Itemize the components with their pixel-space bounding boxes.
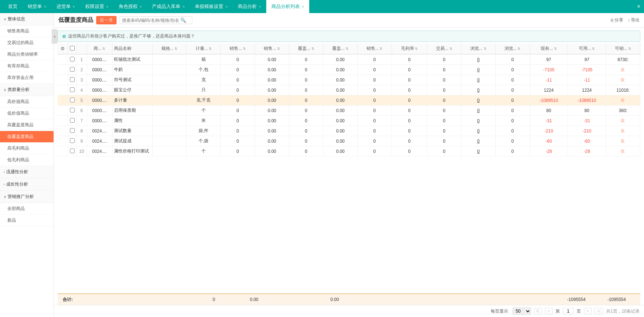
col-view1-header[interactable]: 浏览... ⇅ — [461, 43, 495, 54]
row-checkbox-0[interactable] — [70, 57, 75, 62]
col-usable-header[interactable]: 可用... ⇅ — [568, 43, 606, 54]
cell-check-4[interactable] — [68, 95, 76, 106]
nav-purchase-order[interactable]: 进货单 × — [51, 0, 80, 13]
sidebar-item-high-margin[interactable]: 高毛利商品 — [0, 143, 54, 154]
col-sales1-header[interactable]: 销售... ⇅ — [221, 43, 255, 54]
cell-view1-5[interactable]: 0 — [461, 106, 495, 116]
settings-gear-icon[interactable]: ⚙ — [60, 46, 65, 51]
sidebar-item-in-stock[interactable]: 有库存商品 — [0, 60, 54, 72]
row-checkbox-3[interactable] — [70, 87, 75, 92]
sidebar-item-high-coverage[interactable]: 高覆盖度商品 — [0, 119, 54, 131]
cell-view1-1[interactable]: 0 — [461, 65, 495, 75]
cell-view1-9[interactable]: 0 — [461, 146, 495, 156]
col-spec-header[interactable]: 规格... ⇅ — [152, 43, 186, 54]
sidebar-item-stock-capital[interactable]: 库存资金占用 — [0, 72, 54, 84]
cell-cover2-4: 0.00 — [323, 95, 357, 106]
sidebar-item-low-value[interactable]: 低价值商品 — [0, 108, 54, 119]
col-cover1-header[interactable]: 覆盖... ⇅ — [289, 43, 323, 54]
sidebar-collapse-button[interactable]: « — [52, 29, 58, 44]
row-checkbox-7[interactable] — [70, 128, 75, 133]
col-code-header[interactable]: 商... ⇅ — [87, 43, 112, 54]
row-checkbox-6[interactable] — [70, 118, 75, 123]
sidebar-item-traded-goods[interactable]: 交易过的商品 — [0, 37, 54, 49]
nav-product-analysis-list[interactable]: 商品分析列表 × — [266, 0, 309, 13]
last-page-btn[interactable]: >| — [594, 308, 603, 314]
col-settings-header[interactable]: ⚙ — [58, 43, 68, 54]
prev-page-btn[interactable]: < — [545, 308, 553, 314]
nav-template-settings[interactable]: 单据模板设置 × — [190, 0, 233, 13]
sidebar-section-marketing[interactable]: ∨ 营销推广分析 — [0, 191, 54, 203]
sidebar-item-low-margin[interactable]: 低毛利商品 — [0, 154, 54, 166]
sidebar-section-circulation[interactable]: › 流通性分析 — [0, 166, 54, 178]
col-trade-header[interactable]: 交易... ⇅ — [427, 43, 461, 54]
nav-home[interactable]: 首页 — [3, 0, 23, 13]
sidebar-item-low-coverage[interactable]: 低覆盖度商品 — [0, 131, 54, 143]
sidebar-section-growth[interactable]: › 成长性分析 — [0, 178, 54, 191]
cell-check-1[interactable] — [68, 65, 76, 75]
cell-check-0[interactable] — [68, 54, 76, 65]
cell-view1-8[interactable]: 0 — [461, 136, 495, 146]
nav-role-auth[interactable]: 角色授权 × — [114, 0, 147, 13]
cell-view1-2[interactable]: 0 — [461, 75, 495, 85]
nav-product-analysis[interactable]: 商品分析 × — [233, 0, 266, 13]
cell-view1-0[interactable]: 0 — [461, 54, 495, 65]
select-all-checkbox[interactable] — [70, 46, 75, 51]
filter-recent-month-btn[interactable]: 近一月 — [96, 16, 117, 24]
close-product-analysis-icon[interactable]: × — [259, 5, 261, 9]
window-close-btn[interactable]: × — [637, 3, 640, 10]
close-sales-order-icon[interactable]: × — [44, 5, 46, 9]
col-grossrate-header[interactable]: 毛利率 ⇅ — [392, 43, 427, 54]
sidebar-item-sales-goods[interactable]: 销售类商品 — [0, 25, 54, 37]
cell-view1-7[interactable]: 0 — [461, 126, 495, 136]
col-sales2-header[interactable]: 销售... ⇅ — [255, 43, 289, 54]
nav-sales-order[interactable]: 销货单 × — [23, 0, 51, 13]
sidebar-item-high-value[interactable]: 高价值商品 — [0, 96, 54, 108]
cell-check-3[interactable] — [68, 85, 76, 95]
sidebar-section-overall[interactable]: ∨ 整体信息 — [0, 13, 54, 25]
col-view2-header[interactable]: 浏览... ⇅ — [495, 43, 530, 54]
row-checkbox-4[interactable] — [70, 98, 75, 102]
cell-check-2[interactable] — [68, 75, 76, 85]
col-unit-header[interactable]: 计量... ⇅ — [186, 43, 221, 54]
close-permissions-icon[interactable]: × — [106, 5, 109, 9]
col-check-header[interactable] — [68, 43, 76, 54]
search-input[interactable] — [122, 18, 180, 23]
row-checkbox-8[interactable] — [70, 138, 75, 143]
page-size-select[interactable]: 50 10 20 100 — [513, 308, 531, 315]
col-sales3-header[interactable]: 销售... ⇅ — [357, 43, 392, 54]
close-product-analysis-list-icon[interactable]: × — [302, 5, 304, 9]
cell-check-6[interactable] — [68, 116, 76, 126]
close-product-warehouse-icon[interactable]: × — [182, 5, 185, 9]
row-checkbox-5[interactable] — [70, 108, 75, 112]
cell-check-9[interactable] — [68, 146, 76, 156]
sidebar-section-category-analysis[interactable]: ∨ 类群量分析 — [0, 84, 54, 96]
col-cover2-header[interactable]: 覆盖... ⇅ — [323, 43, 357, 54]
row-checkbox-1[interactable] — [70, 67, 75, 72]
cell-view1-6[interactable]: 0 — [461, 116, 495, 126]
share-button[interactable]: ⎘ 分享 — [611, 17, 623, 23]
page-number-input[interactable] — [563, 308, 574, 314]
row-checkbox-2[interactable] — [70, 77, 75, 82]
next-page-btn[interactable]: > — [584, 308, 592, 314]
nav-permissions[interactable]: 权限设置 × — [80, 0, 114, 13]
sidebar-item-new-goods[interactable]: 新品 — [0, 215, 54, 226]
col-current-header[interactable]: 现有... ⇅ — [530, 43, 568, 54]
close-template-icon[interactable]: × — [225, 5, 228, 9]
col-name-header: 商品名称 — [112, 43, 152, 54]
sidebar-item-category-rate[interactable]: 商品分类动销率 — [0, 49, 54, 60]
close-purchase-order-icon[interactable]: × — [73, 5, 75, 9]
close-role-auth-icon[interactable]: × — [140, 5, 142, 9]
search-icon[interactable]: 🔍 — [180, 17, 186, 23]
cell-view1-3[interactable]: 0 — [461, 85, 495, 95]
cell-check-8[interactable] — [68, 136, 76, 146]
col-saleable-header[interactable]: 可销... ⇅ — [606, 43, 640, 54]
first-page-btn[interactable]: K — [534, 308, 542, 314]
export-button[interactable]: ↑ 导出 — [628, 17, 640, 23]
sidebar-item-all-goods[interactable]: 全部商品 — [0, 203, 54, 215]
cell-check-7[interactable] — [68, 126, 76, 136]
cell-view1-4[interactable]: 0 — [461, 95, 495, 106]
row-checkbox-9[interactable] — [70, 148, 75, 153]
nav-product-warehouse[interactable]: 产成品入库单 × — [147, 0, 190, 13]
cell-current-0: 97 — [530, 54, 568, 65]
cell-check-5[interactable] — [68, 106, 76, 116]
